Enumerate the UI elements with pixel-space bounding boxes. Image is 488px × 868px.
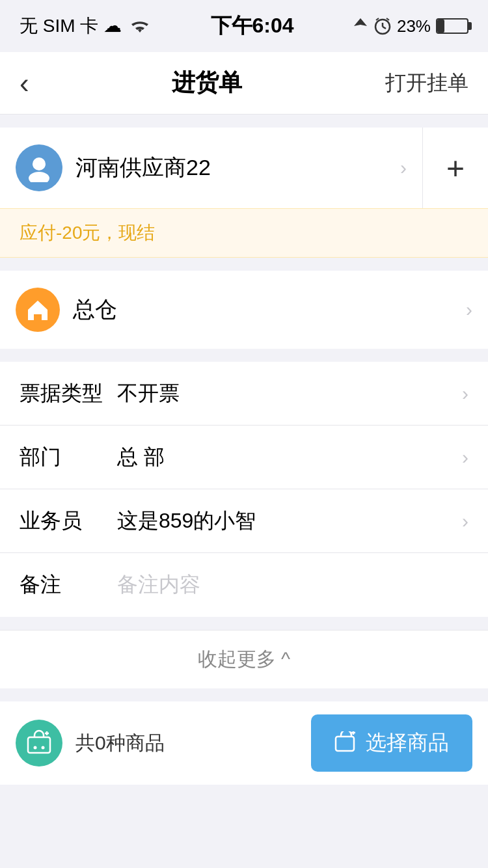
- invoice-chevron-icon: ›: [462, 383, 468, 405]
- warehouse-name: 总仓: [73, 295, 459, 325]
- select-product-button[interactable]: 选择商品: [311, 714, 472, 772]
- invoice-row[interactable]: 票据类型 不开票 ›: [0, 362, 488, 426]
- note-value: 备注内容: [111, 571, 468, 599]
- sim-status: 无 SIM 卡 ☁: [20, 14, 122, 38]
- svg-line-3: [376, 18, 379, 20]
- collapse-label: 收起更多 ^: [198, 646, 290, 673]
- svg-point-9: [42, 746, 45, 750]
- collapse-row[interactable]: 收起更多 ^: [0, 630, 488, 688]
- location-icon: [353, 17, 368, 35]
- svg-rect-7: [28, 737, 50, 753]
- warehouse-chevron-icon: ›: [466, 299, 472, 321]
- battery-icon: [436, 18, 468, 34]
- dept-chevron-icon: ›: [462, 446, 468, 468]
- svg-point-8: [34, 746, 37, 750]
- alarm-icon: [373, 17, 392, 35]
- supplier-chevron-icon: ›: [400, 157, 407, 179]
- status-left: 无 SIM 卡 ☁: [20, 14, 152, 38]
- dept-label: 部门: [20, 443, 111, 472]
- dept-row[interactable]: 部门 总 部 ›: [0, 426, 488, 489]
- status-bar: 无 SIM 卡 ☁ 下午6:04 23%: [0, 0, 488, 52]
- wifi-icon: [128, 17, 152, 35]
- svg-rect-12: [336, 737, 354, 751]
- supplier-section: 河南供应商22 › +: [0, 128, 488, 208]
- staff-chevron-icon: ›: [462, 510, 468, 532]
- open-pending-button[interactable]: 打开挂单: [385, 69, 468, 98]
- invoice-value: 不开票: [111, 379, 455, 408]
- bottom-bar: 共0种商品 选择商品: [0, 701, 488, 785]
- status-time: 下午6:04: [211, 12, 294, 40]
- content-area: 河南供应商22 › + 应付-20元，现结 总仓 › 票据类型 不开票 › 部门…: [0, 115, 488, 785]
- svg-line-2: [383, 27, 386, 29]
- battery-percentage: 23%: [397, 16, 431, 36]
- supplier-row[interactable]: 河南供应商22 ›: [0, 128, 423, 208]
- dept-value: 总 部: [111, 443, 455, 472]
- svg-line-4: [386, 18, 389, 20]
- svg-point-5: [33, 157, 46, 170]
- staff-row[interactable]: 业务员 这是859的小智 ›: [0, 489, 488, 553]
- svg-point-6: [29, 172, 49, 182]
- note-row[interactable]: 备注 备注内容: [0, 553, 488, 617]
- supplier-avatar: [16, 144, 62, 191]
- page-title: 进货单: [172, 67, 242, 99]
- supplier-notice: 应付-20元，现结: [0, 208, 488, 258]
- back-button[interactable]: ‹: [20, 69, 29, 98]
- note-label: 备注: [20, 571, 111, 599]
- select-product-icon: [334, 731, 358, 755]
- product-count-icon: [16, 720, 62, 766]
- avatar-icon: [25, 154, 53, 182]
- cart-icon: [25, 729, 53, 757]
- invoice-label: 票据类型: [20, 379, 111, 408]
- nav-bar: ‹ 进货单 打开挂单: [0, 52, 488, 115]
- select-product-label: 选择商品: [366, 729, 449, 757]
- form-section: 票据类型 不开票 › 部门 总 部 › 业务员 这是859的小智 › 备注 备注…: [0, 362, 488, 617]
- staff-value: 这是859的小智: [111, 507, 455, 536]
- add-supplier-button[interactable]: +: [423, 128, 488, 208]
- warehouse-icon: [16, 288, 60, 332]
- home-icon: [25, 297, 51, 323]
- staff-label: 业务员: [20, 507, 111, 536]
- status-right: 23%: [353, 16, 468, 36]
- warehouse-section[interactable]: 总仓 ›: [0, 271, 488, 349]
- product-count-text: 共0种商品: [75, 730, 298, 757]
- supplier-name: 河南供应商22: [75, 153, 394, 183]
- section-gap-1: [0, 115, 488, 128]
